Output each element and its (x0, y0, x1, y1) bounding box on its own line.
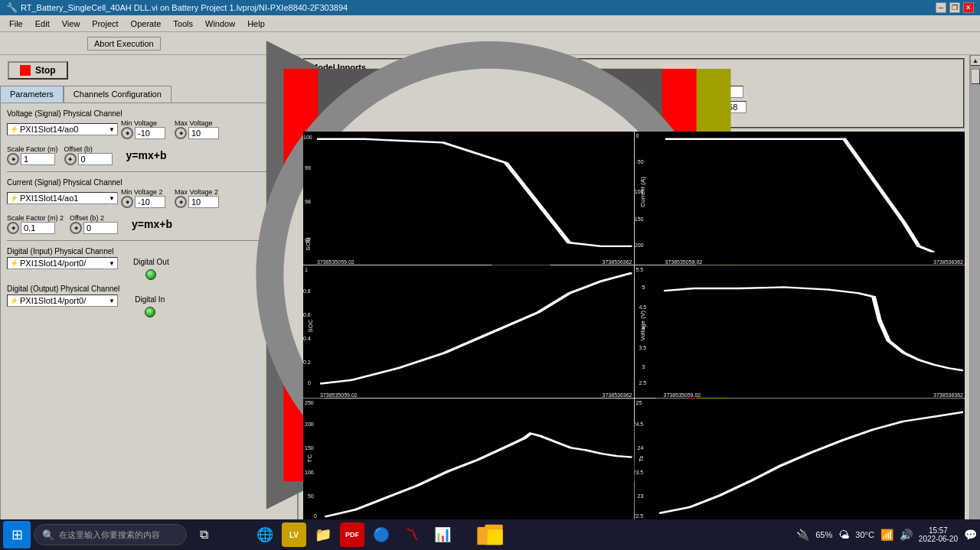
scroll-thumb[interactable] (971, 69, 980, 84)
toolbar: Abort Execution ? (0, 32, 980, 55)
tc-chart-y-label: TC (305, 399, 314, 519)
soc-x-labels: 3738535059.02 3738536362 (320, 392, 632, 398)
tab-parameters[interactable]: Parameters (0, 86, 64, 103)
taskbar: ⊞ 🔍 在这里输入你要搜索的内容 ⧉ 🌐 LV 📁 PDF 🔵 〽 📊 🔌 65… (0, 519, 980, 550)
chart-soc: SOC 1 0.8 0.6 0.4 0.2 0 3738535059.02 (303, 265, 634, 399)
chart-tc: TC 250 200 150 100 50 0 3738535059.02 (303, 399, 634, 532)
scroll-track[interactable] (970, 66, 980, 522)
svg-rect-10 (488, 529, 503, 545)
current-x-labels: 3738535059.02 3738536362 (665, 259, 964, 265)
ts-chart-y-label: Ts (636, 399, 645, 519)
right-scrollbar: ▲ ▼ (969, 55, 980, 533)
soh-y-label: SOH (305, 132, 312, 252)
chart-current: Current (A) 0 -50 -100 -150 -200 3738535… (635, 132, 965, 265)
soc-y-label: SOC (305, 265, 315, 386)
chart-ts: Ts 25 24.5 24 23.5 23 22.5 3738535059.02 (635, 399, 965, 532)
chart-voltage: Voltage (V) 5.5 5 4.5 4 3.5 3 2.5 (635, 265, 965, 399)
voltage-x-labels: 3738535059.02 3738536362 (664, 392, 964, 398)
file-explorer-button[interactable] (220, 521, 248, 548)
soh-x-labels: 3738535059.02 3738536362 (317, 259, 632, 265)
chart-soh: SOH 100 99 98 97 3738535059.02 373853636… (303, 132, 634, 265)
